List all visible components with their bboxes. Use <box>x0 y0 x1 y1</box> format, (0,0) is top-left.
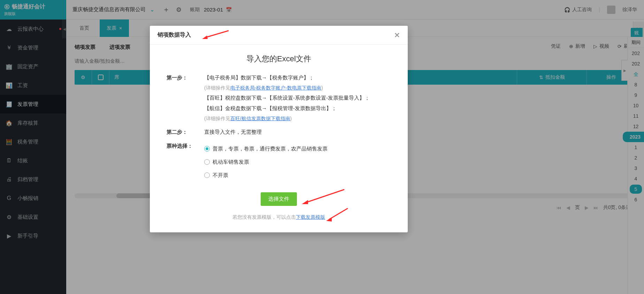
step2-label: 第二步： <box>167 127 196 137</box>
radio-option-no-invoice[interactable]: 不开票 <box>204 170 391 180</box>
radio-icon <box>204 172 210 178</box>
type-label: 票种选择： <box>167 141 196 183</box>
modal-title-text: 销项数据导入 <box>158 31 191 39</box>
step1-line2: 【百旺】税控盘数据下载→【系统设置-系统参数设置-发票批量导入】； <box>204 93 391 103</box>
step1-label: 第一步： <box>167 72 196 123</box>
radio-option-general[interactable]: 普票，专票，卷票，通行费发票，农产品销售发票 <box>204 144 391 154</box>
import-modal: 销项数据导入 ✕ 导入您的Excel文件 第一步： 【电子税务局】数据下载→【税… <box>150 26 408 232</box>
radio-icon <box>204 146 210 152</box>
modal-header: 销项数据导入 ✕ <box>150 26 408 45</box>
step1-line1: 【电子税务局】数据下载→【税务数字账户】； <box>204 72 391 83</box>
modal-close-icon[interactable]: ✕ <box>394 31 400 39</box>
link-etax-guide[interactable]: 电子税务局-税务数字账户-数电票下载指南 <box>230 85 321 91</box>
radio-option-vehicle[interactable]: 机动车销售发票 <box>204 157 391 167</box>
download-template-link[interactable]: 下载发票模版 <box>296 214 325 220</box>
radio-icon <box>204 159 210 165</box>
choose-file-button[interactable]: 选择文件 <box>261 192 297 206</box>
step1-line3: 【航信】金税盘数据下载→【报税管理-发票数据导出】； <box>204 103 391 114</box>
modal-footer: 若您没有发票模版，可以点击下载发票模版 <box>167 214 391 220</box>
link-bw-hx-guide[interactable]: 百旺/航信发票数据下载指南 <box>230 116 290 121</box>
step2-text: 直接导入文件，无需整理 <box>204 127 391 137</box>
modal-heading: 导入您的Excel文件 <box>167 54 391 64</box>
